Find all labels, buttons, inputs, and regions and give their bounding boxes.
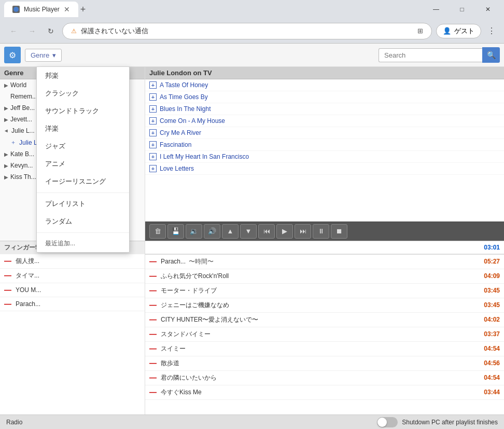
queue-item-motor[interactable]: — モーター・ドライブ 03:45 (145, 284, 504, 298)
queue-item-standbyme[interactable]: — スタンドバイミー 03:37 (145, 327, 504, 342)
prev-btn[interactable]: ⏮ (258, 224, 275, 239)
dropdown-item-random[interactable]: ランダム (37, 213, 129, 230)
search-btn[interactable]: 🔍 (482, 47, 500, 63)
url-bar[interactable]: ⚠ 保護されていない通信 ⊞ (62, 23, 432, 39)
url-text: 保護されていない通信 (81, 26, 413, 36)
remove-icon[interactable]: — (4, 300, 11, 308)
queue-item-cityhunter[interactable]: — CITY HUNTER〜愛よ消えないで〜 04:02 (145, 313, 504, 327)
close-btn[interactable]: ✕ (476, 2, 500, 17)
remove-icon[interactable]: — (4, 286, 11, 294)
track-item-8[interactable]: + Love Letters (145, 163, 504, 175)
queue-item-label: スタンドバイミー (161, 330, 211, 339)
dropdown-item-soundtrack[interactable]: サウンドトラック (37, 102, 129, 120)
dropdown-item-western[interactable]: 洋楽 (37, 120, 129, 137)
track-add-icon[interactable]: + (149, 165, 157, 172)
queue-item-jenny[interactable]: — ジェニーはご機嫌ななめ 03:45 (145, 298, 504, 313)
queue-item-label: ふられ気分でRock'n'Roll (161, 272, 229, 281)
track-list: + A Taste Of Honey + As Time Goes By + B… (145, 79, 504, 222)
queue-item-kimitonari[interactable]: — 君の隣にいたいから 04:54 (145, 371, 504, 385)
volume-up-btn[interactable]: 🔊 (204, 224, 220, 239)
remove-icon[interactable]: — (149, 301, 157, 309)
queue-item-sanpomichi[interactable]: — 散歩道 04:56 (145, 356, 504, 371)
toggle-knob (377, 418, 387, 427)
track-item-2[interactable]: + As Time Goes By (145, 91, 504, 103)
track-item-7[interactable]: + I Left My Heart In San Francisco (145, 151, 504, 163)
title-bar: Music Player ✕ + — □ ✕ (0, 0, 504, 19)
queue-duration: 04:54 (484, 374, 500, 381)
minimize-btn[interactable]: — (424, 2, 448, 17)
genre-dropdown-btn[interactable]: Genre ▾ (25, 49, 62, 62)
dropdown-item-recent[interactable]: 最近追加... (37, 235, 129, 252)
forward-btn[interactable]: → (25, 24, 39, 38)
new-tab-btn[interactable]: + (80, 4, 86, 15)
dropdown-item-classic[interactable]: クラシック (37, 85, 129, 102)
queue-right: 03:01 — Parach... 〜時間〜 05:27 — ふられ気分でRoc… (145, 241, 504, 415)
item-label: World (10, 81, 26, 89)
translate-icon[interactable]: ⊞ (417, 27, 423, 35)
stop-btn[interactable]: ⏹ (331, 224, 347, 239)
remove-icon[interactable]: — (149, 257, 157, 266)
shutdown-toggle[interactable] (377, 417, 398, 427)
dropdown-item-anime[interactable]: アニメ (37, 155, 129, 173)
item-label: Julie L... (11, 127, 35, 134)
remove-icon[interactable]: — (149, 315, 157, 324)
dropdown-item-easy[interactable]: イージーリスニング (37, 173, 129, 190)
queue-item-timer[interactable]: — タイマ... (0, 269, 145, 283)
track-title: Blues In The Night (160, 105, 211, 113)
volume-down-btn[interactable]: 🔉 (186, 224, 202, 239)
dropdown-item-playlist[interactable]: プレイリスト (37, 195, 129, 213)
queue-item-swimmy[interactable]: — スイミー 04:54 (145, 342, 504, 356)
track-item-3[interactable]: + Blues In The Night (145, 103, 504, 115)
queue-parachute[interactable]: — Parach... 〜時間〜 05:27 (145, 255, 504, 269)
move-down-btn[interactable]: ▼ (240, 224, 257, 239)
tab-close-btn[interactable]: ✕ (64, 5, 70, 13)
queue-item-youm[interactable]: — YOU M... (0, 283, 145, 297)
queue-item-kissme[interactable]: — 今すぐKiss Me 03:44 (145, 385, 504, 400)
remove-icon[interactable]: — (149, 330, 157, 338)
track-item-1[interactable]: + A Taste Of Honey (145, 79, 504, 91)
remove-icon[interactable]: — (149, 286, 157, 295)
browser-tab[interactable]: Music Player ✕ (4, 2, 78, 17)
track-add-icon[interactable]: + (149, 117, 157, 124)
profile-label: ゲスト (454, 26, 474, 36)
remove-icon[interactable]: — (149, 388, 157, 396)
remove-icon[interactable]: — (149, 359, 157, 367)
remove-icon[interactable]: — (149, 272, 157, 280)
queue-item-kojin[interactable]: — 個人捜... (0, 254, 145, 269)
pause-btn[interactable]: ⏸ (313, 224, 329, 239)
remove-icon[interactable]: — (149, 373, 157, 382)
track-add-icon[interactable]: + (149, 105, 157, 113)
dropdown-item-jpop[interactable]: 邦楽 (37, 67, 129, 85)
track-add-icon[interactable]: + (149, 93, 157, 101)
refresh-btn[interactable]: ↻ (44, 24, 58, 38)
dropdown-arrow-icon: ▾ (52, 51, 56, 59)
track-add-icon[interactable]: + (149, 153, 157, 160)
browser-menu-btn[interactable]: ⋮ (485, 24, 498, 38)
track-add-icon[interactable]: + (149, 129, 157, 136)
address-bar: ← → ↻ ⚠ 保護されていない通信 ⊞ 👤 ゲスト ⋮ (0, 19, 504, 44)
queue-top-item[interactable]: 03:01 (145, 241, 504, 255)
settings-btn[interactable]: ⚙ (4, 47, 21, 63)
track-add-icon[interactable]: + (149, 141, 157, 148)
window-controls: — □ ✕ (424, 2, 500, 17)
track-add-icon[interactable]: + (149, 81, 157, 89)
remove-icon[interactable]: — (149, 344, 157, 353)
play-btn[interactable]: ▶ (276, 224, 293, 239)
maximize-btn[interactable]: □ (450, 2, 474, 17)
queue-item-parach[interactable]: — Parach... (0, 297, 145, 311)
queue-duration: 05:27 (484, 258, 500, 265)
back-btn[interactable]: ← (6, 24, 21, 38)
track-item-5[interactable]: + Cry Me A River (145, 127, 504, 139)
delete-btn[interactable]: 🗑 (149, 224, 166, 239)
next-btn[interactable]: ⏭ (295, 224, 311, 239)
profile-btn[interactable]: 👤 ゲスト (436, 24, 481, 38)
track-item-6[interactable]: + Fascination (145, 139, 504, 151)
search-input[interactable] (379, 48, 482, 62)
move-up-btn[interactable]: ▲ (222, 224, 239, 239)
save-btn[interactable]: 💾 (167, 224, 184, 239)
track-item-4[interactable]: + Come On - A My House (145, 115, 504, 127)
dropdown-item-jazz[interactable]: ジャズ (37, 137, 129, 155)
remove-icon[interactable]: — (4, 271, 11, 280)
remove-icon[interactable]: — (4, 257, 11, 265)
queue-item-furareki[interactable]: — ふられ気分でRock'n'Roll 04:09 (145, 269, 504, 284)
